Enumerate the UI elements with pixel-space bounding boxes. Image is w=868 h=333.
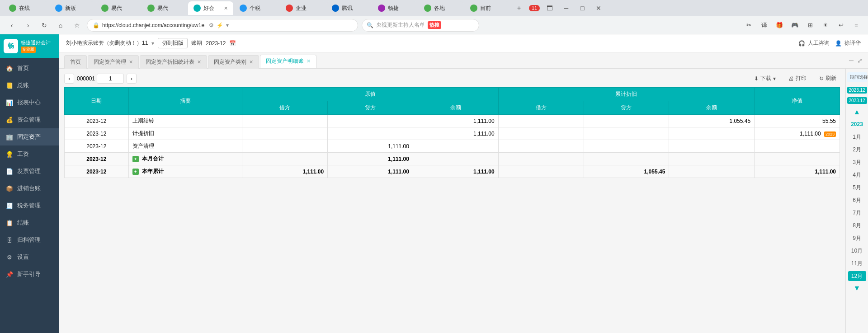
tax-icon: 🧾	[5, 202, 14, 210]
browser-tab-haohui[interactable]: 好会 ✕	[188, 1, 233, 15]
bookmark-button[interactable]: ☆	[71, 19, 83, 32]
page-nav: ‹ 000001 ›	[64, 74, 137, 84]
guide-icon: 📌	[5, 270, 14, 278]
game-tool[interactable]: 🎮	[788, 19, 801, 32]
browser-tab-yidai1[interactable]: 易代	[96, 1, 141, 15]
tab-depreciation-stats[interactable]: 固定资产折旧统计表 ✕	[140, 55, 207, 69]
close-window-button[interactable]: ✕	[592, 2, 605, 14]
translate-tool[interactable]: 译	[758, 19, 770, 32]
prev-page-button[interactable]: ‹	[64, 74, 74, 84]
month-7[interactable]: 7月	[848, 208, 866, 218]
browser-tab-muqian[interactable]: 目前	[465, 1, 510, 15]
cell-orig-debit-1	[242, 127, 328, 140]
tab-home[interactable]: 首页	[64, 55, 87, 69]
switch-version-button[interactable]: 切到旧版	[158, 38, 188, 48]
browser-tab-qiye[interactable]: 企业	[280, 1, 326, 15]
cell-orig-balance-2	[413, 140, 498, 153]
fullscreen-tab-icon[interactable]: ⤢	[857, 57, 863, 64]
wallet-tool[interactable]: 🎁	[773, 19, 786, 32]
browser-tab-changjie[interactable]: 畅捷	[373, 1, 418, 15]
tab-bar: 在线 新版 易代 易代 好会 ✕ 个税 企业	[0, 0, 868, 16]
print-button[interactable]: 🖨 打印	[785, 73, 810, 84]
month-2[interactable]: 2月	[848, 145, 866, 155]
tab-close-asset-categories[interactable]: ✕	[249, 59, 253, 65]
sidebar-item-settings[interactable]: ⚙ 设置	[0, 249, 59, 266]
cell-net-3	[755, 153, 840, 165]
sidebar-item-funds[interactable]: 💰 资金管理	[0, 111, 59, 128]
scroll-down-arrow[interactable]: ▼	[850, 284, 864, 293]
home-button[interactable]: ⌂	[54, 19, 67, 32]
sidebar-item-ledger[interactable]: 📒 总账	[0, 77, 59, 94]
back-button[interactable]: ‹	[5, 19, 18, 32]
month-4[interactable]: 4月	[848, 170, 866, 180]
sidebar-item-sales[interactable]: 📦 进销台账	[0, 180, 59, 197]
month-6[interactable]: 6月	[848, 195, 866, 205]
month-11[interactable]: 11月	[848, 258, 866, 268]
cell-accum-balance-0: 1,055.45	[669, 115, 755, 127]
cell-orig-debit-4: 1,111.00	[242, 165, 328, 178]
col-original-credit: 贷方	[328, 101, 413, 115]
tab-asset-categories[interactable]: 固定资产类别 ✕	[208, 55, 259, 69]
closing-icon: 📋	[5, 219, 14, 227]
sidebar-item-home[interactable]: 🏠 首页	[0, 60, 59, 77]
browser-tab-yidai2[interactable]: 易代	[142, 1, 187, 15]
tab-favicon-qiye	[286, 5, 293, 12]
period-value: 2023-12	[206, 40, 226, 47]
month-8[interactable]: 8月	[848, 220, 866, 230]
cell-orig-credit-3: 1,111.00	[328, 153, 413, 165]
sidebar-item-tax[interactable]: 🧾 税务管理	[0, 197, 59, 214]
address-input[interactable]: 🔒 https://cloud.chanjet.com/accounting/u…	[87, 19, 358, 32]
month-12[interactable]: 12月	[848, 271, 866, 281]
sidebar-item-invoices[interactable]: 📄 发票管理	[0, 163, 59, 180]
browser-tab-new[interactable]: 新版	[50, 1, 95, 15]
month-10[interactable]: 10月	[848, 246, 866, 256]
tab-close-fixed-assets-mgmt[interactable]: ✕	[129, 59, 133, 65]
user-info[interactable]: 👤 徐译华	[835, 39, 861, 47]
tab-close-asset-detail-ledger[interactable]: ✕	[307, 58, 311, 64]
new-tab-button[interactable]: ＋	[513, 2, 525, 14]
sidebar-item-reports[interactable]: 📊 报表中心	[0, 94, 59, 111]
grid-tool[interactable]: ⊞	[804, 19, 816, 32]
customer-service-btn[interactable]: 🎧 人工咨询	[798, 39, 830, 47]
download-button[interactable]: ⬇ 下载 ▾	[750, 73, 779, 84]
restore-window-button[interactable]: 🗖	[543, 2, 556, 14]
sidebar-item-payroll[interactable]: 👷 工资	[0, 145, 59, 163]
next-page-button[interactable]: ›	[127, 74, 137, 84]
sidebar-item-fixed-assets[interactable]: 🏢 固定资产	[0, 128, 59, 145]
browser-tab-geshui[interactable]: 个税	[234, 1, 279, 15]
maximize-button[interactable]: □	[576, 2, 589, 14]
menu-tool[interactable]: ≡	[850, 19, 863, 32]
sidebar-item-archive[interactable]: 🗄 归档管理	[0, 231, 59, 249]
cell-net-4: 1,111.00	[755, 165, 840, 178]
sidebar-item-closing[interactable]: 📋 结账	[0, 214, 59, 231]
refresh-button[interactable]: ↻ 刷新	[816, 73, 840, 84]
print-icon: 🖨	[788, 75, 794, 82]
history-tool[interactable]: ↩	[835, 19, 847, 32]
month-9[interactable]: 9月	[848, 233, 866, 243]
tab-asset-detail-ledger[interactable]: 固定资产明细账 ✕	[260, 55, 316, 68]
tab-fixed-assets-mgmt[interactable]: 固定资产管理 ✕	[88, 55, 139, 69]
browser-tab-online[interactable]: 在线	[4, 1, 49, 15]
browser-tab-tengxun[interactable]: 腾讯	[326, 1, 372, 15]
scissors-tool[interactable]: ✂	[742, 19, 755, 32]
month-3[interactable]: 3月	[848, 157, 866, 167]
month-5[interactable]: 5月	[848, 183, 866, 192]
tab-fixed-assets-mgmt-label: 固定资产管理	[94, 58, 126, 66]
cell-orig-balance-1: 1,111.00	[413, 127, 498, 140]
sidebar-item-guide[interactable]: 📌 新手引导	[0, 266, 59, 283]
browser-tab-gedi[interactable]: 各地	[419, 1, 464, 15]
cell-date-2: 2023-12	[65, 140, 129, 153]
month-1[interactable]: 1月	[848, 132, 866, 142]
scroll-up-arrow[interactable]: ▲	[850, 108, 864, 117]
page-num-input[interactable]	[97, 74, 124, 84]
minimize-tab-icon[interactable]: ─	[849, 57, 854, 64]
minimize-button[interactable]: ─	[560, 2, 572, 14]
dropdown-icon: ▾	[226, 22, 229, 28]
browser-chrome: 在线 新版 易代 易代 好会 ✕ 个税 企业	[0, 0, 868, 34]
brightness-tool[interactable]: ☀	[819, 19, 832, 32]
forward-button[interactable]: ›	[22, 19, 34, 32]
tab-close-depreciation-stats[interactable]: ✕	[197, 59, 201, 65]
search-icon: 🔍	[367, 22, 373, 28]
reload-button[interactable]: ↻	[38, 19, 51, 32]
tab-close-haohui[interactable]: ✕	[224, 5, 228, 11]
